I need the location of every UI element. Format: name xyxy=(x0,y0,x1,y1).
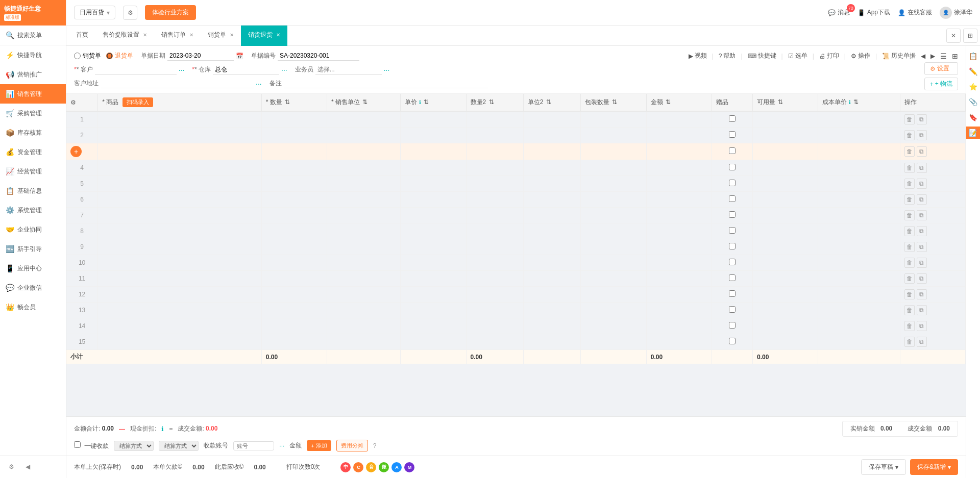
product-cell-2[interactable] xyxy=(98,128,262,143)
product-cell-1[interactable] xyxy=(98,111,262,128)
pack-cell-2[interactable] xyxy=(580,128,646,143)
warehouse-input[interactable] xyxy=(213,65,279,74)
logistics-btn[interactable]: + + 物流 xyxy=(924,78,958,90)
price-cell-2[interactable] xyxy=(401,128,466,143)
trial-btn[interactable]: 体验行业方案 xyxy=(145,5,196,20)
right-panel-attach-btn[interactable]: 📎 xyxy=(967,96,979,108)
add-fee-btn[interactable]: + 添加 xyxy=(307,440,331,451)
copy-row-8-btn[interactable]: ⧉ xyxy=(917,226,927,236)
available-cell-3[interactable] xyxy=(753,143,818,160)
sidebar-item-marketing[interactable]: 📢 营销推广 xyxy=(0,65,66,84)
delete-row-10-btn[interactable]: 🗑 xyxy=(904,258,915,268)
copy-row-15-btn[interactable]: ⧉ xyxy=(917,337,927,347)
copy-row-9-btn[interactable]: ⧉ xyxy=(917,242,927,252)
cost-cell-3[interactable] xyxy=(818,143,900,160)
dots-select[interactable]: ··· xyxy=(279,442,284,449)
sale-unit-sort[interactable]: ⇅ xyxy=(362,98,368,106)
quantity-cell-3[interactable] xyxy=(261,143,327,160)
amount-cell-1[interactable] xyxy=(646,111,712,128)
price-sort[interactable]: ⇅ xyxy=(424,98,429,106)
delete-row-14-btn[interactable]: 🗑 xyxy=(904,321,915,331)
sidebar-item-inventory[interactable]: 📦 库存核算 xyxy=(0,123,66,142)
customer-input[interactable] xyxy=(95,65,177,74)
doc-num-input[interactable] xyxy=(278,51,359,61)
calc-method-select[interactable]: 结算方式 xyxy=(114,441,154,451)
sidebar-item-finance[interactable]: 💰 资金管理 xyxy=(0,142,66,162)
delete-row-8-btn[interactable]: 🗑 xyxy=(904,226,915,236)
tab-sale-price[interactable]: 售价提取设置 ✕ xyxy=(95,26,154,46)
bank-num-input[interactable] xyxy=(233,441,274,450)
available-cell-1[interactable] xyxy=(753,111,818,128)
radio-return[interactable]: 退货单 xyxy=(106,52,133,60)
product-cell-3[interactable] xyxy=(98,143,262,160)
copy-row-6-btn[interactable]: ⧉ xyxy=(917,194,927,205)
header-settings-btn[interactable]: ⚙ xyxy=(123,6,137,20)
sidebar-item-sales[interactable]: 📊 销售管理 xyxy=(0,84,66,104)
available-cell-2[interactable] xyxy=(753,128,818,143)
product-input-3[interactable] xyxy=(102,148,257,155)
next-doc-btn[interactable]: ▶ xyxy=(930,53,935,60)
qty2-cell-1[interactable] xyxy=(466,111,523,128)
delete-row-4-btn[interactable]: 🗑 xyxy=(904,163,915,173)
gift-cell-2[interactable] xyxy=(712,128,752,143)
delete-row-5-btn[interactable]: 🗑 xyxy=(904,179,915,189)
note-input[interactable] xyxy=(284,79,488,88)
delete-row-6-btn[interactable]: 🗑 xyxy=(904,194,915,205)
delete-row-3-btn[interactable]: 🗑 xyxy=(904,146,915,157)
amount-cell-2[interactable] xyxy=(646,128,712,143)
industry-selector[interactable]: 日用百货 ▾ xyxy=(74,6,115,19)
sidebar-item-member[interactable]: 👑 畅会员 xyxy=(0,297,66,317)
scan-input-btn[interactable]: 扫码录入 xyxy=(122,97,153,107)
qty2-cell-3[interactable] xyxy=(466,143,523,160)
sale-unit-cell-2[interactable] xyxy=(327,128,401,143)
pack-cell-3[interactable] xyxy=(580,143,646,160)
fee-split-btn[interactable]: 费用分摊 xyxy=(336,440,368,451)
sidebar-item-basic[interactable]: 📋 基础信息 xyxy=(0,181,66,200)
qty2-sort[interactable]: ⇅ xyxy=(489,98,494,106)
tab-sale-order[interactable]: 销售订单 ✕ xyxy=(154,26,201,46)
copy-row-12-btn[interactable]: ⧉ xyxy=(917,289,927,299)
price-cell-1[interactable] xyxy=(401,111,466,128)
quantity-sort[interactable]: ⇅ xyxy=(285,98,290,106)
prev-doc-btn[interactable]: ◀ xyxy=(921,53,925,60)
calendar-icon[interactable]: 📅 xyxy=(236,53,243,60)
sidebar-item-shortcut[interactable]: ⚡ 快捷导航 xyxy=(0,45,66,65)
sidebar-item-enterprise[interactable]: 🤝 企业协同 xyxy=(0,220,66,239)
salesman-select-btn[interactable]: ··· xyxy=(384,66,390,74)
history-btn[interactable]: 📜 历史单据 xyxy=(882,52,916,60)
copy-row-2-btn[interactable]: ⧉ xyxy=(917,130,927,140)
right-panel-bookmark-btn[interactable]: 🔖 xyxy=(967,111,979,123)
sidebar-item-system[interactable]: ⚙️ 系统管理 xyxy=(0,200,66,220)
radio-sale-goods[interactable]: 销货单 xyxy=(74,52,101,60)
calc-method2-select[interactable]: 结算方式 xyxy=(159,441,199,451)
delete-row-7-btn[interactable]: 🗑 xyxy=(904,210,915,220)
price-cell-3[interactable] xyxy=(401,143,466,160)
doc-date-input[interactable]: 2023-03-20 xyxy=(167,51,234,61)
save-draft-btn[interactable]: 保存草稿 ▾ xyxy=(861,459,906,475)
address-input[interactable] xyxy=(101,79,254,88)
delete-row-2-btn[interactable]: 🗑 xyxy=(904,130,915,140)
warehouse-select-btn[interactable]: ··· xyxy=(281,66,287,74)
user-profile-btn[interactable]: 👤 徐泽华 xyxy=(940,7,972,19)
unit2-cell-3[interactable] xyxy=(523,143,580,160)
settings-icon[interactable]: ⚙ xyxy=(5,461,17,473)
copy-row-1-btn[interactable]: ⧉ xyxy=(917,114,927,124)
app-download-btn[interactable]: 📱 App下载 xyxy=(857,8,890,17)
help-btn[interactable]: ? 帮助 xyxy=(719,52,736,60)
sidebar-item-appstore[interactable]: 📱 应用中心 xyxy=(0,259,66,278)
delete-row-12-btn[interactable]: 🗑 xyxy=(904,289,915,299)
customer-select-btn[interactable]: ··· xyxy=(179,66,185,74)
tab-sale-return-close[interactable]: ✕ xyxy=(276,32,280,38)
address-select-btn[interactable]: ··· xyxy=(256,80,262,88)
right-panel-note-btn[interactable]: 📋 xyxy=(967,50,979,62)
quantity-cell-2[interactable] xyxy=(261,128,327,143)
select-doc-btn[interactable]: ☑ 选单 xyxy=(788,52,807,60)
quick-pay-checkbox-label[interactable]: 一键收款 xyxy=(74,441,109,450)
collapse-icon[interactable]: ◀ xyxy=(21,461,34,473)
copy-row-5-btn[interactable]: ⧉ xyxy=(917,179,927,189)
copy-row-10-btn[interactable]: ⧉ xyxy=(917,258,927,268)
video-btn[interactable]: ▶ 视频 xyxy=(689,52,707,60)
operation-btn[interactable]: ⚙ 操作 xyxy=(851,52,870,60)
add-row-btn[interactable]: + xyxy=(70,146,82,157)
tab-home[interactable]: 首页 xyxy=(69,26,95,46)
